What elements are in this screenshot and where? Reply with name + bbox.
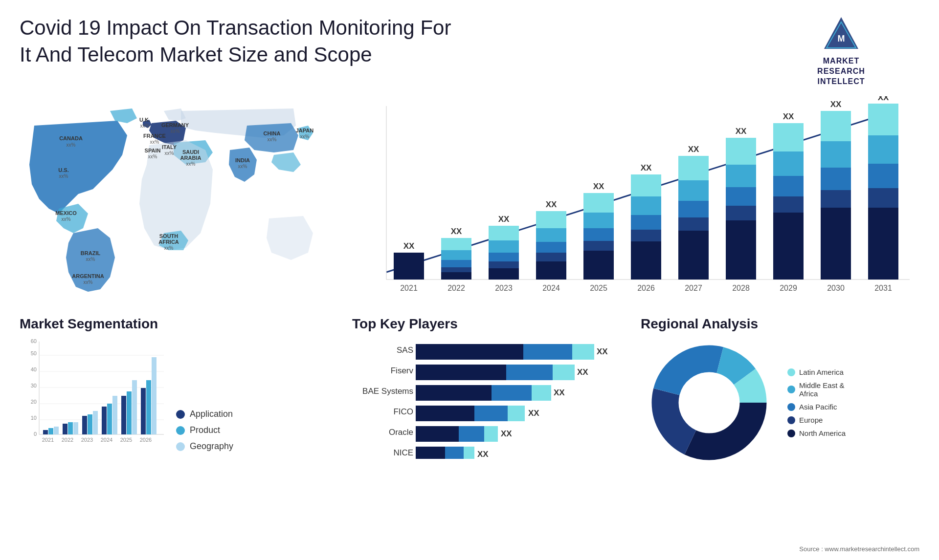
argentina-label: ARGENTINA (72, 273, 104, 279)
legend-label-product: Product (190, 425, 220, 435)
svg-rect-13 (441, 272, 471, 280)
saudi-label: SAUDI (182, 149, 199, 155)
legend-application: Application (176, 409, 233, 419)
svg-rect-134 (416, 406, 474, 421)
bar-2030: XX (821, 100, 851, 280)
canada-label: CANADA (59, 135, 83, 141)
page-title: Covid 19 Impact On Transaction Monitorin… (20, 15, 460, 68)
bar-2031: XX (868, 96, 898, 280)
legend-geography: Geography (176, 441, 233, 452)
svg-text:50: 50 (31, 350, 37, 356)
reg-label-latin-america: Latin America (799, 368, 844, 376)
regional-section: Regional Analysis (631, 316, 919, 466)
reg-legend-latin-america: Latin America (787, 368, 846, 376)
reg-legend-middle-east: Middle East &Africa (787, 381, 846, 398)
svg-rect-146 (464, 447, 474, 459)
reg-label-asia-pacific: Asia Pacific (799, 403, 837, 411)
svg-text:NICE: NICE (393, 448, 413, 457)
us-value: xx% (59, 173, 68, 179)
reg-dot-middle-east (787, 386, 795, 393)
svg-rect-105 (112, 396, 117, 434)
svg-rect-111 (152, 357, 156, 434)
italy-label: ITALY (162, 144, 177, 150)
segmentation-chart-area: 0 10 20 30 40 50 60 (20, 339, 333, 452)
reg-legend-north-america: North America (787, 429, 846, 437)
svg-text:60: 60 (31, 339, 37, 344)
svg-rect-145 (445, 447, 464, 459)
svg-text:2022: 2022 (447, 284, 465, 292)
svg-rect-58 (821, 141, 851, 168)
uk-value: xx% (140, 123, 150, 129)
svg-text:30: 30 (31, 383, 37, 388)
svg-rect-104 (107, 404, 112, 434)
france-label: FRANCE (143, 133, 166, 139)
svg-text:Oracle: Oracle (389, 428, 413, 437)
france-value: xx% (150, 139, 159, 145)
southafrica-label: SOUTH (159, 233, 179, 239)
reg-dot-asia-pacific (787, 403, 795, 411)
logo-area: M MARKET RESEARCH INTELLECT (763, 15, 919, 86)
svg-text:SAS: SAS (397, 345, 413, 355)
svg-text:BAE Systems: BAE Systems (362, 387, 413, 396)
bar-2021: XX (394, 241, 424, 280)
svg-rect-139 (416, 426, 459, 442)
svg-rect-9 (441, 238, 471, 250)
svg-rect-25 (536, 261, 566, 280)
svg-text:2024: 2024 (101, 437, 112, 443)
svg-rect-96 (54, 427, 59, 434)
chart-section: XX XX XX (342, 96, 919, 311)
spain-value: xx% (148, 154, 157, 159)
bar-2023: XX (489, 215, 519, 280)
main-grid: CANADA xx% U.S. xx% MEXICO xx% BRAZIL xx… (0, 96, 939, 311)
svg-rect-37 (631, 241, 661, 280)
seg-bar-2024 (102, 396, 117, 434)
svg-text:2023: 2023 (81, 437, 93, 443)
svg-rect-126 (553, 365, 575, 380)
source-text: Source : www.marketresearchintellect.com (799, 545, 919, 553)
bar-2028: XX (726, 127, 756, 280)
brazil-label: BRAZIL (81, 250, 101, 256)
svg-text:XX: XX (736, 127, 747, 136)
svg-text:2023: 2023 (495, 284, 513, 292)
germany-label: GERMANY (161, 122, 189, 128)
svg-rect-63 (868, 104, 898, 135)
svg-text:2026: 2026 (140, 437, 152, 443)
seg-bar-2025 (121, 380, 137, 434)
svg-rect-131 (532, 385, 551, 401)
svg-text:XX: XX (498, 215, 510, 224)
svg-rect-18 (489, 261, 519, 268)
svg-rect-11 (441, 260, 471, 267)
svg-rect-59 (821, 168, 851, 190)
svg-rect-46 (726, 165, 756, 187)
svg-rect-30 (583, 241, 614, 251)
key-players-section: Top Key Players SAS XX Fiserv XX BAE Sys… (342, 316, 631, 466)
svg-rect-140 (459, 426, 484, 442)
svg-rect-119 (416, 344, 523, 360)
japan-label: JAPAN (296, 128, 314, 133)
svg-rect-57 (821, 111, 851, 141)
svg-rect-101 (88, 414, 92, 434)
key-players-title: Top Key Players (352, 316, 621, 332)
svg-text:FICO: FICO (393, 407, 413, 416)
svg-rect-47 (726, 187, 756, 206)
reg-dot-north-america (787, 430, 795, 437)
bar-2025: XX (583, 182, 614, 280)
segmentation-bar-chart-svg: 0 10 20 30 40 50 60 (20, 339, 166, 452)
svg-text:XX: XX (451, 227, 462, 236)
svg-text:2031: 2031 (874, 284, 892, 292)
svg-rect-31 (583, 251, 614, 280)
legend-product: Product (176, 425, 233, 435)
mexico-value: xx% (62, 216, 71, 222)
india-value: xx% (238, 164, 247, 169)
uk-label: U.K. (139, 117, 150, 123)
svg-rect-36 (631, 230, 661, 241)
svg-rect-41 (678, 201, 709, 217)
main-bar-chart-svg: XX XX XX (357, 96, 919, 302)
legend-dot-geography (176, 442, 185, 451)
svg-rect-43 (678, 231, 709, 280)
svg-text:2027: 2027 (685, 284, 702, 292)
reg-label-europe: Europe (799, 416, 823, 424)
svg-text:XX: XX (830, 100, 842, 109)
svg-rect-39 (678, 156, 709, 180)
svg-text:2025: 2025 (120, 437, 132, 443)
